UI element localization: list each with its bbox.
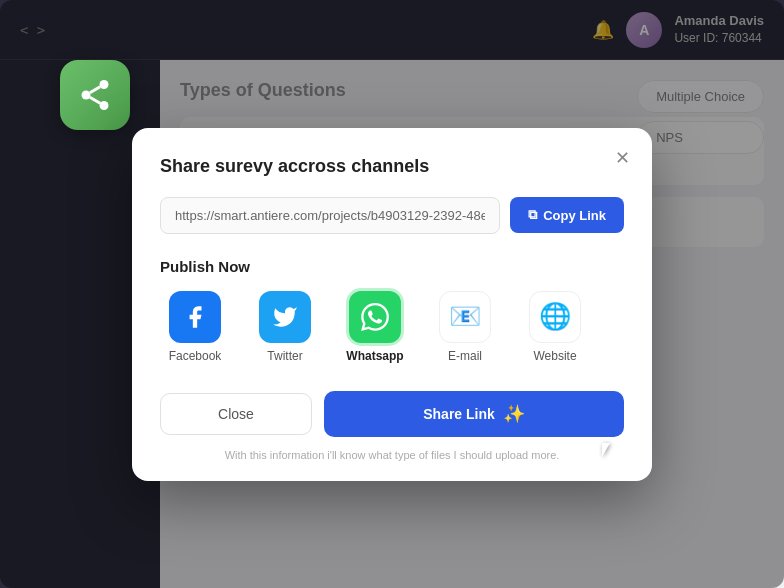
channel-facebook[interactable]: Facebook [160,291,230,363]
email-label: E-mail [448,349,482,363]
website-icon: 🌐 [529,291,581,343]
facebook-label: Facebook [169,349,222,363]
share-modal: ✕ Share surevy accross channels ⧉ Copy L… [132,128,652,481]
twitter-label: Twitter [267,349,302,363]
copy-link-button[interactable]: ⧉ Copy Link [510,197,624,233]
modal-title: Share surevy accross channels [160,156,624,177]
channels-row: Facebook Twitter Whatsapp [160,291,624,363]
copy-btn-label: Copy Link [543,208,606,223]
sparkle-emoji: ✨ [503,403,525,425]
modal-backdrop: ✕ Share surevy accross channels ⧉ Copy L… [0,0,784,588]
share-link-label: Share Link [423,406,495,422]
website-label: Website [533,349,576,363]
link-row: ⧉ Copy Link [160,197,624,234]
channel-email[interactable]: 📧 E-mail [430,291,500,363]
email-icon: 📧 [439,291,491,343]
modal-close-button[interactable]: ✕ [608,144,636,172]
share-link-button[interactable]: Share Link ✨ [324,391,624,437]
hint-text: With this information i'll know what typ… [160,449,624,461]
modal-footer: Close Share Link ✨ [160,391,624,437]
whatsapp-icon [349,291,401,343]
publish-label: Publish Now [160,258,624,275]
whatsapp-label: Whatsapp [346,349,403,363]
facebook-icon [169,291,221,343]
channel-twitter[interactable]: Twitter [250,291,320,363]
link-input[interactable] [160,197,500,234]
twitter-icon [259,291,311,343]
channel-website[interactable]: 🌐 Website [520,291,590,363]
copy-icon: ⧉ [528,207,537,223]
channel-whatsapp[interactable]: Whatsapp [340,291,410,363]
close-button[interactable]: Close [160,393,312,435]
